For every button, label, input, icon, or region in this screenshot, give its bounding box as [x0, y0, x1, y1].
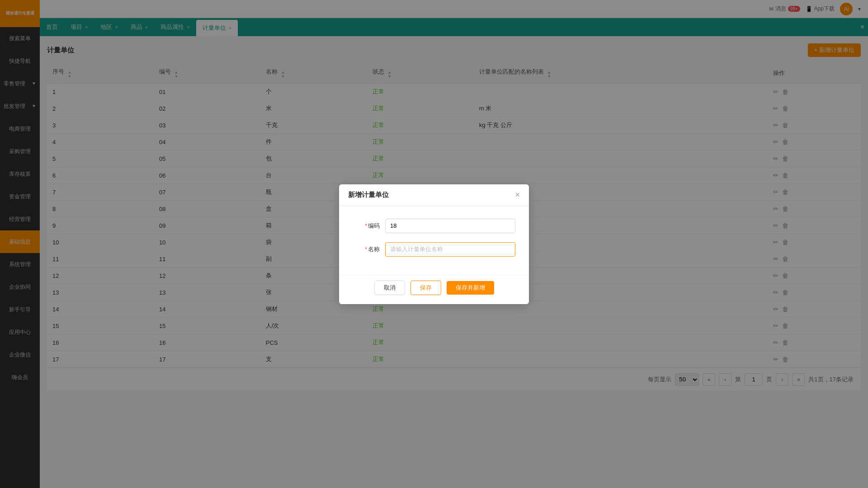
add-unit-modal: 新增计量单位 × *编码 *名称 取消 保存 保存并新增 [339, 184, 529, 304]
modal-body: *编码 *名称 [339, 206, 529, 275]
modal-title: 新增计量单位 [348, 191, 389, 199]
modal-overlay: 新增计量单位 × *编码 *名称 取消 保存 保存并新增 [0, 0, 868, 488]
name-input[interactable] [385, 242, 515, 257]
form-row-code: *编码 [353, 219, 515, 233]
cancel-button[interactable]: 取消 [374, 281, 405, 295]
modal-header: 新增计量单位 × [339, 184, 529, 206]
save-and-new-button[interactable]: 保存并新增 [447, 281, 494, 295]
save-button[interactable]: 保存 [410, 281, 441, 295]
name-label: *名称 [353, 245, 380, 253]
modal-footer: 取消 保存 保存并新增 [339, 275, 529, 304]
code-label: *编码 [353, 222, 380, 230]
code-input[interactable] [385, 219, 515, 233]
modal-close-button[interactable]: × [515, 191, 520, 199]
form-row-name: *名称 [353, 242, 515, 257]
